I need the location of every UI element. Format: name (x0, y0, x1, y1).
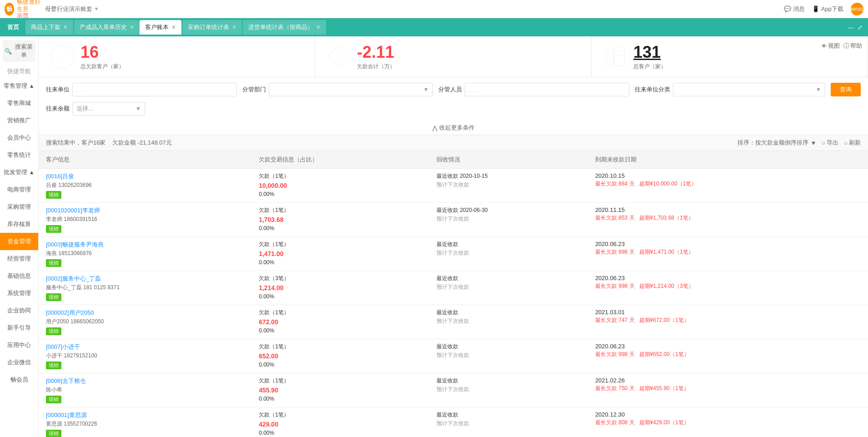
customer-id-link[interactable]: [000001]黄思源 (46, 411, 244, 419)
balance-select[interactable]: 选择... ▼ (72, 102, 145, 116)
customer-id-link[interactable]: [0007]小进干 (46, 343, 244, 351)
tab-goods-stats[interactable]: 进货单统计表（按商品） ✕ (243, 20, 326, 35)
sidebar-item-marketing[interactable]: 营销推广 (0, 112, 38, 129)
help-icon: ⓘ (843, 42, 849, 50)
tab-close-icon[interactable]: ✕ (232, 24, 236, 30)
last-collection: 最近收款 (437, 377, 581, 385)
customer-id-link[interactable]: [0003]畅捷服务尹海燕 (46, 241, 244, 249)
next-collection: 预计下次收款 (437, 249, 581, 257)
cell-return-2: 最近收款 预计下次收款 (429, 237, 588, 271)
debt-ratio: 0.00% (259, 396, 422, 402)
sidebar-item-retail-store[interactable]: 零售商城 (0, 95, 38, 112)
filter-row-2: 往来余额 选择... ▼ (46, 102, 861, 116)
last-collection: 最近收款 (437, 275, 581, 282)
debt-amount: 455.90 (259, 387, 422, 394)
sidebar-item-app-center[interactable]: 应用中心 (0, 337, 38, 354)
overdue-amount-link[interactable]: 超期¥10,000.00（1笔） (639, 181, 697, 187)
tab-close-icon[interactable]: ✕ (63, 24, 68, 30)
export-icon: ○ (822, 140, 825, 146)
overdue-amount-link[interactable]: 超期¥455.90（1笔） (639, 385, 689, 392)
sidebar-item-members[interactable]: 会员中心 (0, 129, 38, 146)
sidebar-item-basic-info[interactable]: 基础信息 (0, 267, 38, 285)
customer-contact: 吕俊 13026203696 (46, 181, 244, 189)
sidebar-item-enterprise-wechat[interactable]: 企业微信 (0, 354, 38, 371)
col-customer-info: 客户信息 (39, 151, 251, 169)
refresh-btn[interactable]: ○ 刷新 (844, 139, 861, 147)
table-row: [000001]黄思源 黄思源 13552700226 现销 欠款（1笔） 42… (39, 407, 868, 437)
sidebar-item-operations[interactable]: 经营管理 (0, 250, 38, 267)
stat-debtors-label: 总欠款客户（家） (80, 63, 124, 70)
cell-due-5: 2020.06.23 最长欠款 998 天 超期¥652.00（1笔） (588, 339, 868, 373)
top-bar: 畅 畅捷通好生意 示范 母婴行业演示账套 ▼ 💬 消息 📱 App下载 demo… (0, 0, 868, 18)
next-collection: 预计下次收款 (437, 215, 581, 223)
cell-debt-1: 欠款（1笔） 1,703.68 0.00% (251, 203, 429, 237)
maximize-icon[interactable]: ⤢ (858, 24, 863, 31)
sidebar-item-retail-stats[interactable]: 零售统计 (0, 146, 38, 164)
debt-ratio: 0.00% (259, 430, 422, 436)
tab-home[interactable]: 首页 (2, 20, 25, 35)
sidebar-item-system[interactable]: 系统管理 (0, 285, 38, 302)
filter-incoming-unit: 往来单位 ... (46, 83, 237, 96)
collapse-btn[interactable]: ⋀ 收起更多条件 (46, 121, 861, 135)
customer-id-link[interactable]: [000002]用户2050 (46, 309, 244, 317)
overdue-amount-link[interactable]: 超期¥652.00（1笔） (639, 351, 689, 357)
customer-contact: 黄思源 13552700226 (46, 420, 244, 428)
customer-id-link[interactable]: [0006]去下粮仓 (46, 377, 244, 385)
sidebar-search[interactable]: 🔍 搜索菜单 (0, 36, 38, 65)
debt-amount: 10,000.00 (259, 182, 422, 189)
stat-card-total-debt: ◇ -2.11 欠款合计（万） (315, 36, 592, 77)
overdue-amount-link[interactable]: 超期¥1,471.00（1笔） (639, 249, 694, 255)
overdue-amount-link[interactable]: 超期¥1,703.68（1笔） (639, 215, 694, 221)
sidebar-item-finance[interactable]: 资金管理 (0, 233, 38, 250)
sidebar-item-retail-mgmt[interactable]: 零售管理 ▲ (0, 77, 38, 95)
search-btn[interactable]: 查询 (831, 83, 861, 96)
sidebar-item-vip-member[interactable]: 畅会员 (0, 371, 38, 388)
svg-rect-7 (608, 57, 610, 59)
search-menu-btn[interactable]: 🔍 搜索菜单 (3, 40, 35, 62)
sort-selector[interactable]: 排序：按欠款金额倒序排序 ▼ (738, 139, 816, 147)
tab-close-icon[interactable]: ✕ (316, 24, 321, 30)
due-date: 2021.03.01 (595, 309, 861, 316)
minimize-icon[interactable]: — (848, 24, 854, 31)
customer-id-link[interactable]: [0002]服务中心_丁磊 (46, 275, 244, 283)
user-menu[interactable]: demo2 (851, 3, 863, 15)
sidebar-item-purchase-mgmt[interactable]: 采购管理 (0, 198, 38, 216)
sidebar-item-enterprise-collab[interactable]: 企业协同 (0, 302, 38, 319)
branch-dept-select[interactable]: ▼ (269, 83, 433, 96)
debt-count: 欠款（1笔） (259, 206, 422, 214)
overdue-amount-link[interactable]: 超期¥429.00（1笔） (639, 419, 689, 426)
tab-purchase-order[interactable]: 采购订单统计表 ✕ (182, 20, 242, 35)
message-btn[interactable]: 💬 消息 (784, 5, 805, 13)
stat-customers-label: 总客户（家） (633, 63, 666, 70)
tab-close-icon[interactable]: ✕ (171, 24, 176, 30)
tab-customer-account[interactable]: 客户账本 ✕ (140, 20, 181, 35)
view-btn[interactable]: 👁 视图 (821, 42, 840, 50)
sidebar-item-batch-mgmt[interactable]: 批发管理 ▲ (0, 164, 38, 181)
filter-unit-category: 往来单位分类 ▼ (635, 83, 826, 96)
branch-dept-arrow-icon: ▼ (423, 86, 429, 93)
overdue-amount-link[interactable]: 超期¥672.00（1笔） (639, 317, 689, 323)
customer-id-link[interactable]: [0001020001]李老师 (46, 206, 244, 215)
last-collection: 最近收款 (437, 241, 581, 248)
sidebar-item-inventory[interactable]: 库存核算 (0, 216, 38, 233)
filter-branch-person: 分管人员 ... (438, 83, 629, 96)
overdue-amount-link[interactable]: 超期¥1,214.00（3笔） (639, 283, 694, 289)
sidebar-item-new-guide[interactable]: 新手引导 (0, 319, 38, 337)
tab-close-icon[interactable]: ✕ (130, 24, 134, 30)
data-table: 客户信息 欠款交易信息（占比） 回收情况 到期未收款日期 [0016]吕俊 吕俊… (39, 151, 868, 437)
tab-product-shelf[interactable]: 商品上下架 ✕ (25, 20, 73, 35)
tab-product-history[interactable]: 产成品入库单历史 ✕ (74, 20, 140, 35)
branch-person-input[interactable]: ... (465, 83, 629, 96)
app-download-btn[interactable]: 📱 App下载 (812, 5, 843, 13)
unit-category-select[interactable]: ▼ (673, 83, 826, 96)
customer-badge: 现销 (46, 362, 61, 369)
stat-yuan-icon: ¥ (50, 44, 75, 70)
export-btn[interactable]: ○ 导出 (822, 139, 838, 147)
system-selector[interactable]: 母婴行业演示账套 ▼ (43, 5, 784, 13)
help-btn[interactable]: ⓘ 帮助 (843, 42, 862, 50)
debt-ratio: 0.00% (259, 362, 422, 368)
customer-badge: 现销 (46, 327, 61, 335)
incoming-unit-input[interactable]: ... (72, 83, 237, 96)
sidebar-item-ecommerce[interactable]: 电商管理 (0, 181, 38, 198)
customer-id-link[interactable]: [0016]吕俊 (46, 172, 244, 181)
